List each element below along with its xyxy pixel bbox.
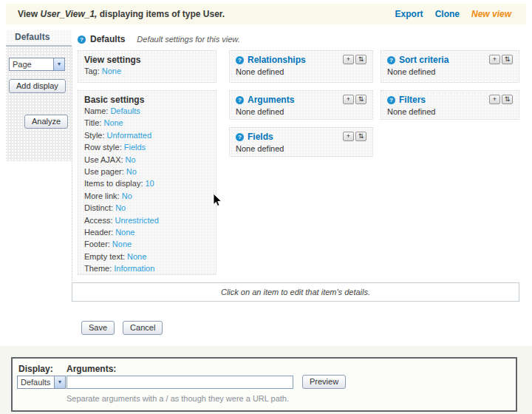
arguments-help-text: Separate arguments with a / as though th… (66, 394, 289, 403)
setting-label: Name: (84, 106, 108, 115)
page-header: View User_View_1, displaying items of ty… (6, 4, 526, 24)
setting-label: Header: (84, 228, 113, 237)
page-title-prefix: View (18, 9, 38, 19)
relationships-buttons: +⇅ (341, 55, 366, 64)
help-icon[interactable]: ? (236, 56, 244, 64)
rearrange-button[interactable]: ⇅ (502, 55, 513, 64)
panel-view-settings: View settings Tag:None (78, 50, 216, 83)
relationships-empty-text: None defined (236, 67, 366, 76)
preview-display-select[interactable]: Defaults ▾ (17, 376, 66, 389)
fields-title-link[interactable]: ?Fields (236, 132, 341, 142)
arguments-buttons: +⇅ (341, 95, 366, 104)
filters-title-link[interactable]: ?Filters (387, 95, 488, 105)
panel-arguments: ?Arguments +⇅ None defined (229, 90, 373, 120)
sort-criteria-title-link[interactable]: ?Sort criteria (387, 55, 488, 65)
setting-value-link[interactable]: Fields (124, 143, 146, 152)
filters-empty-text: None defined (387, 107, 513, 116)
add-item-button[interactable]: + (343, 55, 354, 64)
display-heading: ? Defaults Default settings for this vie… (78, 34, 240, 44)
setting-label: More link: (84, 191, 120, 200)
add-item-button[interactable]: + (343, 95, 354, 104)
setting-value-link[interactable]: Unrestricted (115, 216, 159, 225)
arguments-title-link[interactable]: ?Arguments (236, 95, 341, 105)
new-view-link[interactable]: New view (471, 9, 511, 19)
add-item-button[interactable]: + (489, 55, 500, 64)
relationships-title-link[interactable]: ?Relationships (236, 55, 341, 65)
setting-label: Row style: (84, 143, 122, 152)
setting-row: Access:Unrestricted (84, 214, 210, 226)
setting-value-link[interactable]: No (126, 155, 136, 164)
save-button[interactable]: Save (81, 321, 115, 335)
setting-row: Use AJAX:No (84, 154, 210, 166)
tab-defaults[interactable]: Defaults (6, 30, 72, 47)
rearrange-button[interactable]: ⇅ (355, 55, 366, 64)
add-display-button[interactable]: Add display (9, 79, 66, 93)
rearrange-button[interactable]: ⇅ (502, 95, 513, 104)
setting-value-link[interactable]: None (127, 252, 146, 261)
fields-buttons: +⇅ (341, 132, 366, 141)
chevron-down-icon: ▾ (53, 58, 64, 70)
export-link[interactable]: Export (395, 9, 423, 19)
arguments-input[interactable] (66, 376, 293, 389)
chevron-down-icon: ▾ (54, 376, 65, 388)
add-item-button[interactable]: + (489, 95, 500, 104)
setting-value-link[interactable]: None (102, 67, 121, 75)
setting-row: Title:None (84, 117, 210, 129)
setting-value-link[interactable]: Defaults (110, 106, 140, 115)
display-type-select[interactable]: Page ▾ (9, 58, 65, 71)
setting-value-link[interactable]: 10 (145, 179, 154, 188)
rearrange-button[interactable]: ⇅ (355, 132, 366, 141)
edit-hint: Click on an item to edit that item's det… (72, 282, 519, 302)
setting-value-link[interactable]: None (115, 228, 134, 237)
view-settings-title: View settings (84, 55, 140, 65)
setting-value-link[interactable]: None (112, 240, 132, 248)
help-icon[interactable]: ? (387, 96, 395, 104)
panel-basic-settings: Basic settings Name:Defaults Title:None … (78, 90, 216, 275)
help-icon[interactable]: ? (387, 56, 395, 64)
help-icon[interactable]: ? (236, 133, 244, 141)
panel-filters: ?Filters +⇅ None defined (381, 90, 519, 120)
display-sidebar: Defaults Page ▾ Add display Analyze (6, 30, 72, 163)
form-actions: Save Cancel (81, 321, 163, 335)
preview-display-select-value: Defaults (18, 376, 54, 388)
setting-label: Access: (84, 216, 113, 225)
setting-row: Row style:Fields (84, 141, 210, 153)
setting-value-link[interactable]: No (122, 191, 132, 200)
view-editor-main: ? Defaults Default settings for this vie… (72, 30, 519, 307)
setting-value-link[interactable]: Unformatted (107, 131, 152, 140)
setting-value-link[interactable]: Information (114, 264, 154, 273)
fields-empty-text: None defined (236, 144, 366, 153)
setting-row: Distinct:No (84, 202, 210, 214)
setting-label: Tag: (84, 67, 100, 75)
add-item-button[interactable]: + (343, 132, 354, 141)
setting-row: Style:Unformatted (84, 129, 210, 141)
filters-title-label: Filters (399, 95, 426, 105)
help-icon[interactable]: ? (78, 35, 86, 44)
sort-criteria-title-label: Sort criteria (399, 55, 449, 65)
header-links: Export Clone New view (395, 9, 511, 19)
sort-criteria-buttons: +⇅ (488, 55, 513, 64)
fields-title-label: Fields (248, 132, 273, 142)
display-heading-title: Defaults (90, 34, 125, 44)
view-settings-row: Tag:None (84, 65, 210, 77)
setting-value-link[interactable]: None (103, 118, 123, 127)
setting-label: Title: (84, 118, 101, 127)
setting-row: More link:No (84, 190, 210, 202)
help-icon[interactable]: ? (236, 96, 244, 104)
setting-row: Footer:None (84, 238, 210, 250)
analyze-button[interactable]: Analyze (24, 115, 68, 129)
display-type-select-value: Page (10, 58, 53, 70)
clone-link[interactable]: Clone (435, 9, 460, 19)
arguments-empty-text: None defined (236, 107, 366, 116)
relationships-title-label: Relationships (248, 55, 306, 65)
sort-criteria-empty-text: None defined (387, 67, 513, 76)
filters-buttons: +⇅ (488, 95, 513, 104)
setting-value-link[interactable]: No (126, 167, 137, 176)
rearrange-button[interactable]: ⇅ (355, 95, 366, 104)
setting-label: Style: (84, 131, 105, 140)
setting-row: Empty text:None (84, 251, 210, 262)
setting-value-link[interactable]: No (115, 203, 126, 212)
preview-button[interactable]: Preview (302, 375, 346, 389)
cancel-button[interactable]: Cancel (123, 321, 163, 335)
preview-form: Display: Arguments: Defaults ▾ Preview S… (11, 357, 517, 412)
